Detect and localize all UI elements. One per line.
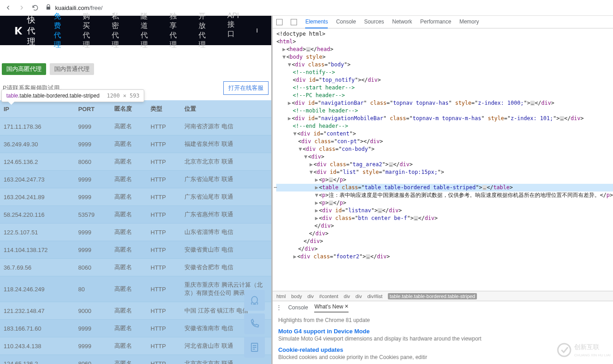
back-button[interactable] <box>5 4 12 11</box>
proxy-category-tabs: 国内高匿代理 国内普通代理 <box>0 45 271 75</box>
breadcrumb-item[interactable]: div <box>355 294 362 299</box>
table-row: 122.5.107.519999高匿名HTTP山东省淄博市 电信 <box>0 224 271 241</box>
phone-icon[interactable] <box>244 313 265 334</box>
breadcrumb-item[interactable]: div <box>307 294 314 299</box>
brand-text: 快代理 <box>27 14 37 47</box>
tooltip-tag: table <box>6 93 18 99</box>
kebab-icon[interactable]: ⋮ <box>276 304 282 311</box>
device-icon[interactable] <box>291 19 297 25</box>
table-row: 36.7.69.568060高匿名HTTP安徽省合肥市 电信 <box>0 259 271 276</box>
devtools-tab-memory[interactable]: Memory <box>459 16 479 28</box>
devtools-tab-performance[interactable]: Performance <box>420 16 451 28</box>
col-header: PORT <box>75 100 111 118</box>
nav-item-1[interactable]: 购买代理 <box>83 12 94 50</box>
lock-icon <box>45 4 52 12</box>
dom-tree[interactable]: <!doctype html> <html> ▶<head>…</head> ▼… <box>273 28 613 291</box>
table-row: 183.166.71.609999高匿名HTTP安徽省淮南市 电信 <box>0 320 271 337</box>
release-link-1[interactable]: Moto G4 support in Device Mode <box>278 328 369 335</box>
open-support-button[interactable]: 打开在线客服 <box>223 81 269 95</box>
nav-overflow: I <box>256 27 258 34</box>
logo-icon <box>14 26 24 36</box>
table-row: 118.24.246.24980高匿名HTTP重庆市重庆市 腾讯云计算（北京）有… <box>0 276 271 302</box>
breadcrumb-item[interactable]: div#list <box>367 294 382 299</box>
page-viewport: 快代理 免费代理购买代理私密代理隧道代理独享代理开放代理API接口 I tabl… <box>0 16 271 364</box>
release-link-2[interactable]: Cookie-related updates <box>278 346 343 353</box>
nav-item-3[interactable]: 隧道代理 <box>141 12 152 50</box>
proxy-table: IPPORT匿名度类型位置 171.11.178.369999高匿名HTTP河南… <box>0 100 271 364</box>
table-row: 124.65.136.28060高匿名HTTP北京市北京市 联通 <box>0 355 271 364</box>
table-row: 36.249.49.309999高匿名HTTP福建省泉州市 联通 <box>0 135 271 153</box>
col-header: 位置 <box>181 100 271 118</box>
forward-button[interactable] <box>18 4 25 11</box>
breadcrumb-item[interactable]: table.table.table-bordered.table-striped <box>388 293 477 299</box>
nav-item-0[interactable]: 免费代理 <box>54 12 66 50</box>
breadcrumb-item[interactable]: div <box>344 294 350 299</box>
table-row: 171.11.178.369999高匿名HTTP河南省济源市 电信 <box>0 118 271 135</box>
brand-logo[interactable]: 快代理 <box>14 14 37 47</box>
reload-button[interactable] <box>32 4 39 11</box>
inspect-icon[interactable] <box>276 19 283 25</box>
doc-icon[interactable] <box>244 337 265 358</box>
table-row: 121.232.148.479000高匿名HTTP中国 江苏省 镇江市 电信 <box>0 302 271 320</box>
tab-high-anon[interactable]: 国内高匿代理 <box>2 63 46 75</box>
devtools-tab-console[interactable]: Console <box>336 16 356 28</box>
breadcrumb-item[interactable]: body <box>291 294 302 299</box>
breadcrumb-item[interactable]: html <box>276 294 286 299</box>
devtools-tabs: ElementsConsoleSourcesNetworkPerformance… <box>273 16 613 28</box>
table-row: 163.204.247.739999高匿名HTTP广东省汕尾市 联通 <box>0 171 271 188</box>
dom-breadcrumb[interactable]: htmlbodydiv#contentdivdivdiv#listtable.t… <box>273 291 613 301</box>
element-inspect-tooltip: table.table.table-bordered.table-striped… <box>1 89 144 102</box>
nav-item-2[interactable]: 私密代理 <box>112 12 123 50</box>
site-navbar: 快代理 免费代理购买代理私密代理隧道代理独享代理开放代理API接口 I <box>0 16 271 45</box>
table-row: 163.204.241.899999高匿名HTTP广东省汕尾市 联通 <box>0 188 271 206</box>
url-path: /free/ <box>89 5 103 11</box>
devtools-panel: ElementsConsoleSourcesNetworkPerformance… <box>271 16 613 364</box>
svg-point-0 <box>252 296 258 303</box>
highlights-title: Highlights from the Chrome 81 update <box>278 317 608 323</box>
tooltip-dimensions: 1200 × 593 <box>107 93 139 99</box>
nav-item-6[interactable]: API接口 <box>227 12 239 50</box>
drawer-tabs: ⋮ Console What's New × <box>273 301 613 313</box>
col-header: 匿名度 <box>111 100 147 118</box>
close-icon[interactable]: × <box>344 303 348 310</box>
table-row: 114.104.138.1729999高匿名HTTP安徽省黄山市 电信 <box>0 241 271 259</box>
floating-actions <box>244 290 265 358</box>
breadcrumb-item[interactable]: #content <box>319 294 338 299</box>
selected-dom-node: ▶<table class="table table-bordered tabl… <box>276 184 613 191</box>
nav-item-4[interactable]: 独享代理 <box>170 12 181 50</box>
svg-text:CHUANG XIN HU LIAN: CHUANG XIN HU LIAN <box>574 353 610 357</box>
drawer-tab-whatsnew[interactable]: What's New × <box>314 303 348 313</box>
address-bar[interactable]: kuaidaili.com/free/ <box>45 4 103 12</box>
col-header: 类型 <box>147 100 181 118</box>
devtools-tab-elements[interactable]: Elements <box>305 16 328 28</box>
devtools-tab-sources[interactable]: Sources <box>364 16 384 28</box>
nav-item-5[interactable]: 开放代理 <box>198 12 210 50</box>
devtools-tab-network[interactable]: Network <box>392 16 412 28</box>
table-row: 110.243.4.1389999高匿名HTTP河北省唐山市 联通 <box>0 337 271 355</box>
tooltip-classes: .table.table-bordered.table-striped <box>18 93 99 99</box>
url-host: kuaidaili.com <box>55 5 89 11</box>
svg-text:创新互联: 创新互联 <box>574 343 599 350</box>
table-row: 58.254.220.11653579高匿名HTTP广东省惠州市 联通 <box>0 206 271 224</box>
tab-normal[interactable]: 国内普通代理 <box>50 63 94 75</box>
table-row: 124.65.136.28060高匿名HTTP北京市北京市 联通 <box>0 153 271 171</box>
watermark-logo: 创新互联CHUANG XIN HU LIAN <box>556 340 610 361</box>
qq-icon[interactable] <box>244 290 265 311</box>
svg-point-2 <box>558 344 571 356</box>
drawer-tab-console[interactable]: Console <box>288 304 308 311</box>
